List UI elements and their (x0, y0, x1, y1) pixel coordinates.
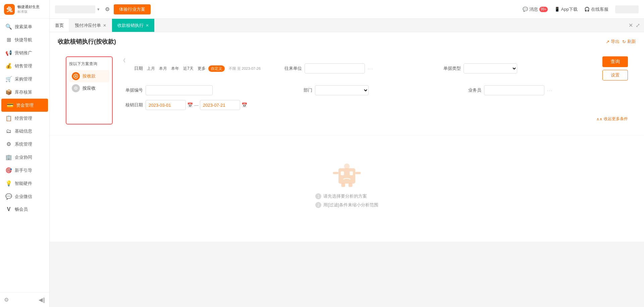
date-shortcut-7days[interactable]: 近7天 (182, 65, 195, 72)
sidebar-item-search[interactable]: 🔍 搜索菜单 (0, 20, 49, 33)
sidebar-item-label: 系统管理 (15, 141, 32, 147)
company-selector[interactable]: ▾ (55, 5, 100, 13)
svg-point-10 (344, 163, 350, 169)
tab-home[interactable]: 首页 (50, 19, 69, 32)
sidebar-item-collab[interactable]: 🏢 企业协同 (0, 151, 49, 164)
writeoff-date-start-input[interactable] (146, 100, 186, 110)
date-shortcut-last-month[interactable]: 上月 (146, 65, 156, 72)
writeoff-tab-close-icon[interactable]: ✕ (146, 23, 149, 28)
date-group: 日期 上月 本月 本年 近7天 更多 自定义 不限 至 2023-07-26 (125, 65, 279, 72)
sidebar-item-membership[interactable]: V 畅会员 (0, 203, 49, 216)
sidebar-item-label: 企业协同 (15, 154, 32, 160)
department-label: 部门 (295, 87, 312, 93)
payment-option-icon (72, 72, 80, 80)
writeoff-start-cal-icon[interactable]: 📅 (187, 102, 193, 108)
user-avatar[interactable] (615, 5, 639, 13)
sidebar-item-purchase[interactable]: 🛒 采购管理 (0, 72, 49, 86)
online-service-label: 在线客服 (591, 6, 608, 12)
tab-writeoff[interactable]: 收款核销执行 ✕ (112, 19, 155, 32)
tab-expand-icon[interactable]: ⤢ (636, 22, 640, 29)
filter-option-label: 按应收 (83, 85, 96, 91)
svg-rect-4 (341, 171, 344, 175)
settings-button[interactable]: 设置 (602, 70, 628, 81)
empty-tip-1: 1 请先选择要分析的方案 (315, 193, 378, 199)
writeoff-end-cal-icon[interactable]: 📅 (241, 102, 247, 108)
sidebar-navigation: 🔍 搜索菜单 ⊞ 快捷导航 📢 营销推广 💰 销售管理 🛒 采购管理 📦 库存核… (0, 19, 49, 292)
app-version: 标准版 (17, 9, 40, 14)
filter-option-by-receivable[interactable]: 按应收 (69, 82, 109, 94)
message-label: 消息 (529, 6, 538, 12)
purchase-icon: 🛒 (5, 76, 12, 82)
svg-rect-6 (333, 172, 338, 174)
export-button[interactable]: ↗ 导出 (606, 39, 620, 45)
page-header: 收款核销执行(按收款) ↗ 导出 ↻ 刷新 (50, 32, 644, 46)
sidebar-item-finance[interactable]: 💳 资金管理 (1, 99, 48, 112)
svg-point-2 (75, 88, 76, 89)
topbar-right: 💬 消息 99+ 📱 App下载 🎧 在线客服 (523, 5, 639, 13)
chevron-up-icon: ∧∧ (596, 117, 602, 121)
sidebar-item-sales[interactable]: 💰 销售管理 (0, 59, 49, 72)
sidebar-item-inventory[interactable]: 📦 库存核算 (0, 86, 49, 99)
prepay-tab-close-icon[interactable]: ✕ (103, 23, 106, 28)
refresh-button[interactable]: ↻ 刷新 (622, 39, 636, 45)
date-shortcut-more[interactable]: 更多 (196, 65, 207, 72)
membership-icon: V (5, 206, 12, 212)
sidebar-item-tutorial[interactable]: 🎯 新手引导 (0, 164, 49, 177)
sidebar-item-basic-info[interactable]: 🗂 基础信息 (0, 125, 49, 138)
online-service-button[interactable]: 🎧 在线客服 (584, 6, 608, 12)
collapse-more-button[interactable]: ∧∧ 收起更多条件 (125, 115, 628, 124)
date-range-dash: — (194, 103, 199, 108)
message-badge: 99+ (539, 7, 548, 12)
sidebar-collapse-icon[interactable]: ◀‖ (39, 297, 45, 303)
message-button[interactable]: 💬 消息 99+ (523, 6, 548, 12)
topbar-gear-icon[interactable]: ⚙ (105, 6, 110, 12)
app-logo-icon: 兔 (4, 4, 15, 15)
doc-number-input[interactable] (146, 85, 213, 95)
page-title: 收款核销执行(按收款) (58, 38, 116, 46)
sidebar-item-operations[interactable]: 📋 经营管理 (0, 112, 49, 125)
salesperson-input[interactable] (484, 85, 544, 95)
sidebar-item-wechat[interactable]: 💬 企业微信 (0, 190, 49, 203)
date-shortcut-this-year[interactable]: 本年 (170, 65, 180, 72)
date-shortcut-custom[interactable]: 自定义 (208, 65, 225, 72)
sidebar-item-label: 企业微信 (15, 194, 32, 200)
empty-tips: 1 请先选择要分析的方案 2 用[过滤]条件来缩小分析范围 (315, 193, 378, 208)
tab-spacer (155, 19, 625, 32)
sidebar-item-label: 营销推广 (15, 50, 32, 56)
query-button[interactable]: 查询 (602, 56, 628, 67)
home-tab-label: 首页 (55, 22, 64, 29)
doc-number-group: 单据编号 (125, 85, 289, 95)
svg-rect-3 (338, 168, 355, 184)
salesperson-more-icon[interactable]: ··· (547, 88, 553, 93)
sidebar-item-system[interactable]: ⚙ 系统管理 (0, 138, 49, 151)
tab-prepay[interactable]: 预付冲应付单 ✕ (69, 19, 112, 32)
export-label: 导出 (611, 39, 620, 45)
app-name: 畅捷通好生意 (17, 4, 40, 9)
app-download-button[interactable]: 📱 App下载 (554, 6, 578, 12)
tab-close-all-icon[interactable]: ✕ (629, 22, 633, 29)
department-select[interactable] (315, 85, 369, 95)
doc-type-select[interactable] (464, 63, 517, 73)
counterparty-more-icon[interactable]: ··· (368, 66, 373, 71)
writeoff-date-end-input[interactable] (200, 100, 240, 110)
sidebar-item-quicknav[interactable]: ⊞ 快捷导航 (0, 33, 49, 46)
filter-row-3: 核销日期 📅 — 📅 (125, 100, 628, 110)
search-nav-icon: 🔍 (5, 23, 12, 30)
filter-container: 按以下方案查询 按收款 按应收 《 (58, 51, 636, 130)
date-range-text: 不限 至 2023-07-26 (229, 66, 261, 71)
sidebar-item-marketing[interactable]: 📢 营销推广 (0, 46, 49, 59)
sidebar-settings-icon[interactable]: ⚙ (4, 297, 9, 303)
date-shortcut-this-month[interactable]: 本月 (158, 65, 168, 72)
filter-option-by-payment[interactable]: 按收款 (69, 70, 109, 82)
filter-collapse-button[interactable]: 《 (121, 58, 125, 64)
inventory-icon: 📦 (5, 89, 12, 95)
sidebar-item-hardware[interactable]: 💡 智能硬件 (0, 177, 49, 190)
doc-type-label: 单据类型 (443, 65, 461, 71)
company-dropdown-icon[interactable]: ▾ (97, 7, 100, 12)
solution-button[interactable]: 体验行业方案 (114, 4, 151, 14)
tip-text-2: 用[过滤]条件来缩小分析范围 (323, 202, 378, 208)
counterparty-input[interactable] (305, 63, 365, 73)
sidebar-item-label: 库存核算 (15, 89, 32, 95)
sidebar-item-label: 快捷导航 (15, 37, 32, 43)
filter-sidebar-title: 按以下方案查询 (69, 61, 109, 67)
